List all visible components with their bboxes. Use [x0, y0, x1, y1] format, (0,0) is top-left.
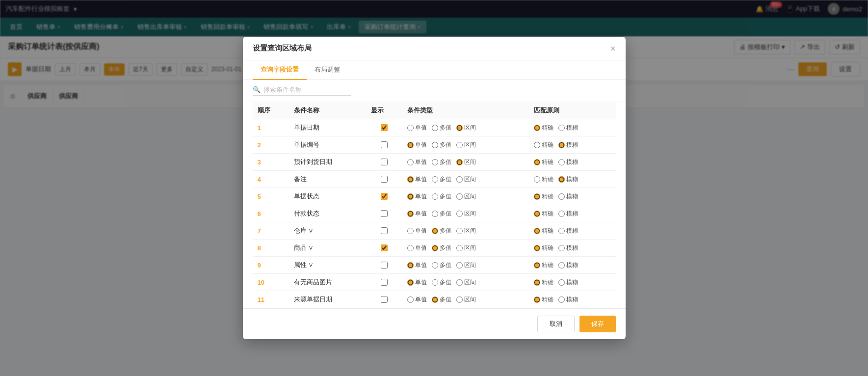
col-header-order: 顺序: [253, 102, 289, 112]
modal-close-button[interactable]: ×: [610, 44, 616, 53]
col-header-match: 匹配原则: [529, 102, 616, 112]
modal-tab-query-fields[interactable]: 查询字段设置: [253, 60, 307, 80]
col-header-display: 显示: [366, 102, 402, 112]
modal-title: 设置查询区域布局: [253, 44, 312, 53]
modal-overlay: 设置查询区域布局 × 查询字段设置 布局调整 🔍 顺序 条件名称 显示: [0, 0, 868, 112]
modal-header: 设置查询区域布局 ×: [243, 37, 626, 60]
search-wrapper: 🔍: [253, 86, 351, 96]
modal-tabs: 查询字段设置 布局调整: [243, 60, 626, 80]
modal-table: 顺序 条件名称 显示 条件类型 匹配原则 1单据日期单值多值区间精确模糊2单据编…: [243, 102, 626, 112]
col-header-type: 条件类型: [402, 102, 528, 112]
modal-search-area: 🔍: [243, 80, 626, 102]
modal-dialog: 设置查询区域布局 × 查询字段设置 布局调整 🔍 顺序 条件名称 显示: [243, 37, 626, 112]
search-input[interactable]: [263, 86, 351, 93]
modal-tab-layout[interactable]: 布局调整: [307, 60, 348, 80]
search-icon: 🔍: [253, 86, 261, 93]
col-header-name: 条件名称: [289, 102, 367, 112]
modal-table-header: 顺序 条件名称 显示 条件类型 匹配原则: [253, 102, 616, 112]
